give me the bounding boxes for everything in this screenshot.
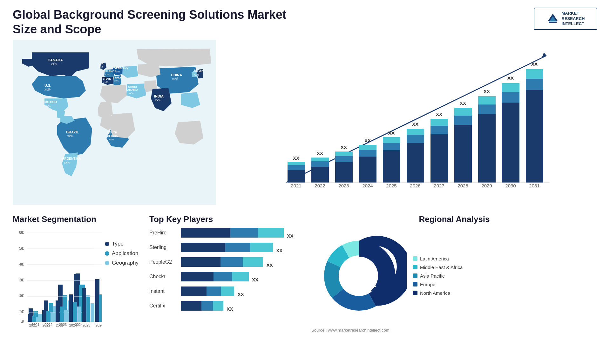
svg-text:XX: XX: [460, 100, 466, 106]
bar-dark: [181, 286, 207, 296]
svg-text:xx%: xx%: [105, 73, 110, 76]
svg-text:20: 20: [19, 294, 24, 298]
svg-text:INDIA: INDIA: [154, 94, 164, 98]
bar-mid: [225, 243, 250, 252]
donut-chart: [311, 228, 407, 323]
logo-container: MARKET RESEARCH INTELLECT: [534, 8, 597, 30]
svg-rect-65: [407, 129, 424, 135]
svg-text:SAUDI: SAUDI: [128, 85, 137, 88]
svg-rect-84: [502, 92, 519, 103]
players-list: PreHire XX Sterling: [149, 228, 302, 311]
players-section: Top Key Players PreHire XX Sterling: [149, 214, 302, 364]
legend-color-asia: [413, 273, 417, 278]
svg-text:AFRICA: AFRICA: [107, 134, 118, 138]
svg-text:xx%: xx%: [109, 138, 114, 141]
svg-rect-55: [359, 145, 376, 150]
svg-text:xx%: xx%: [44, 88, 51, 91]
regional-section: Regional Analysis: [311, 214, 597, 364]
svg-rect-53: [359, 157, 376, 183]
player-bar: XX: [181, 228, 302, 238]
legend-asia-pacific: Asia Pacific: [413, 273, 463, 279]
svg-rect-50: [335, 152, 353, 156]
logo-text: MARKET RESEARCH INTELLECT: [562, 11, 585, 27]
svg-text:U.K.: U.K.: [98, 62, 104, 65]
svg-text:xx%: xx%: [129, 92, 133, 95]
svg-rect-158: [86, 297, 90, 322]
svg-text:2026: 2026: [410, 183, 420, 188]
svg-text:CHINA: CHINA: [171, 73, 182, 77]
svg-text:MEXICO: MEXICO: [44, 100, 57, 104]
svg-text:2023: 2023: [338, 183, 349, 188]
bottom-content: Market Segmentation 60 50 40 30 20 10 0: [0, 211, 610, 364]
svg-text:2028: 2028: [458, 183, 468, 188]
source-text: Source : www.marketresearchintellect.com: [311, 327, 597, 333]
svg-rect-157: [82, 288, 86, 322]
legend-europe: Europe: [413, 282, 463, 287]
svg-text:xx%: xx%: [45, 104, 51, 108]
svg-text:xx%: xx%: [67, 134, 73, 138]
player-name: PreHire: [149, 230, 178, 236]
svg-text:2022: 2022: [315, 183, 325, 188]
svg-text:BRAZIL: BRAZIL: [66, 130, 79, 134]
svg-rect-89: [526, 79, 543, 90]
svg-rect-90: [526, 69, 543, 79]
svg-rect-141: [28, 314, 32, 322]
legend-north-america: North America: [413, 290, 463, 296]
player-row-checkr: Checkr XX: [149, 272, 302, 281]
svg-rect-45: [311, 158, 329, 161]
svg-rect-154: [73, 302, 77, 322]
svg-text:SPAIN: SPAIN: [103, 77, 111, 80]
svg-text:xx%: xx%: [98, 65, 103, 68]
legend-application: Application: [105, 250, 139, 257]
player-name: Checkr: [149, 274, 178, 280]
svg-text:2024: 2024: [69, 323, 77, 327]
svg-rect-165: [95, 279, 99, 322]
svg-text:2025: 2025: [83, 323, 90, 327]
svg-rect-85: [502, 83, 519, 92]
bar-light: [221, 286, 234, 296]
bar-mid: [214, 272, 232, 281]
segmentation-section: Market Segmentation 60 50 40 30 20 10 0: [13, 214, 140, 364]
svg-rect-69: [430, 126, 448, 134]
svg-text:ARGENTINA: ARGENTINA: [62, 157, 81, 160]
legend-middle-east: Middle East & Africa: [413, 265, 463, 270]
svg-text:XX: XX: [412, 121, 418, 127]
svg-text:2021: 2021: [291, 183, 301, 188]
svg-rect-73: [454, 125, 472, 183]
svg-rect-39: [288, 165, 305, 170]
svg-text:FRANCE: FRANCE: [105, 70, 117, 73]
page-header: Global Background Screening Solutions Ma…: [0, 0, 610, 40]
svg-text:2030: 2030: [505, 183, 516, 188]
player-name: Sterling: [149, 245, 178, 250]
svg-text:CANADA: CANADA: [48, 58, 63, 62]
svg-rect-143: [36, 317, 40, 322]
player-bar: XX: [181, 301, 302, 311]
world-map: CANADA xx% U.S. xx% MEXICO xx% BRAZIL xx…: [13, 40, 216, 205]
legend-latin-america: Latin America: [413, 256, 463, 261]
logo-box: MARKET RESEARCH INTELLECT: [534, 8, 597, 30]
svg-text:2031: 2031: [529, 183, 539, 188]
svg-text:xx%: xx%: [172, 77, 178, 81]
svg-text:xx%: xx%: [115, 70, 120, 73]
svg-text:60: 60: [19, 230, 24, 235]
svg-text:30: 30: [19, 278, 24, 282]
svg-rect-63: [407, 143, 424, 183]
svg-text:2025: 2025: [386, 183, 396, 188]
svg-text:2021: 2021: [29, 323, 37, 327]
legend-dot-app: [105, 251, 109, 256]
svg-text:ARABIA: ARABIA: [127, 88, 138, 91]
legend-color-europe: [413, 282, 417, 286]
player-name: Certifix: [149, 303, 178, 309]
svg-text:2022: 2022: [43, 323, 50, 327]
svg-text:XX: XX: [364, 138, 371, 143]
player-row-peopleg2: PeopleG2 XX: [149, 257, 302, 267]
player-bar: XX: [181, 286, 302, 296]
segmentation-bar-chart: 60 50 40 30 20 10 0 2021: [17, 228, 102, 333]
bar-light: [213, 301, 223, 311]
svg-rect-145: [42, 310, 46, 322]
svg-text:50: 50: [19, 246, 24, 251]
bar-mid: [220, 257, 243, 267]
main-content: CANADA xx% U.S. xx% MEXICO xx% BRAZIL xx…: [0, 40, 610, 211]
svg-text:XX: XX: [531, 61, 538, 67]
svg-rect-59: [383, 143, 400, 150]
